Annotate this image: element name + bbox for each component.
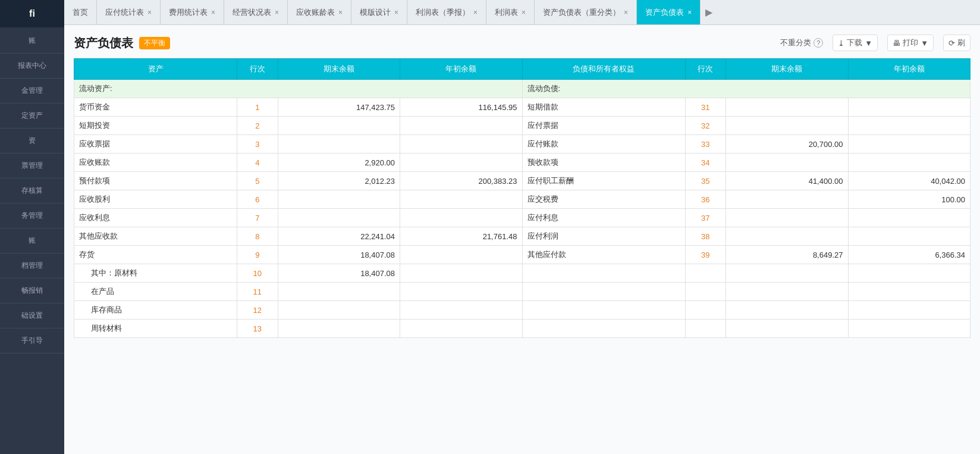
right-begin-balance [848, 227, 970, 246]
left-name: 其他应收款 [74, 227, 237, 246]
page-title: 资产负债表 [74, 35, 133, 51]
help-icon[interactable]: ? [813, 38, 823, 48]
left-begin-balance [400, 154, 523, 172]
refresh-button[interactable]: ⟳ 刷 [943, 35, 970, 51]
left-row-num: 10 [237, 264, 278, 283]
right-begin-balance: 100.00 [848, 190, 970, 209]
table-row: 存货 9 18,407.08 其他应付款 39 8,649.27 6,366.3… [74, 246, 970, 264]
tab-应收账龄表[interactable]: 应收账龄表 × [288, 0, 351, 25]
sidebar-item-账[interactable]: 账 [0, 29, 64, 54]
left-name: 周转材料 [74, 320, 237, 338]
left-end-balance: 18,407.08 [278, 264, 400, 283]
right-end-balance [726, 154, 849, 172]
left-end-balance [278, 117, 400, 135]
header-row-num-left: 行次 [237, 59, 278, 80]
download-button[interactable]: ⤓ 下载 ▼ [833, 35, 878, 51]
right-row-num [685, 301, 726, 320]
sidebar-item-务管理[interactable]: 务管理 [0, 203, 64, 228]
download-label: 下载 [847, 37, 862, 48]
left-end-balance: 147,423.75 [278, 98, 400, 117]
close-icon[interactable]: × [473, 9, 478, 16]
tab-应付统计表[interactable]: 应付统计表 × [97, 0, 161, 25]
right-row-num: 34 [685, 154, 726, 172]
close-icon[interactable]: × [211, 9, 215, 16]
left-name: 其中：原材料 [74, 264, 237, 283]
left-row-num: 3 [237, 135, 278, 154]
sidebar-item-金管理[interactable]: 金管理 [0, 79, 64, 104]
close-icon[interactable]: × [338, 9, 343, 16]
close-icon[interactable]: × [624, 9, 628, 16]
right-begin-balance: 6,366.34 [848, 246, 970, 264]
tab-费用统计表[interactable]: 费用统计表 × [161, 0, 224, 25]
sidebar-item-存核算[interactable]: 存核算 [0, 179, 64, 203]
left-begin-balance [400, 135, 523, 154]
header-liability: 负债和所有者权益 [522, 59, 685, 80]
table-row: 应收股利 6 应交税费 36 100.00 [74, 190, 970, 209]
no-reclassify-option[interactable]: 不重分类 ? [780, 37, 823, 48]
table-row: 短期投资 2 应付票据 32 [74, 117, 970, 135]
right-name: 应付利润 [522, 227, 685, 246]
unbalanced-badge: 不平衡 [139, 37, 170, 49]
sidebar-item-畅报销[interactable]: 畅报销 [0, 278, 64, 303]
tab-label: 首页 [73, 7, 88, 18]
table-row: 在产品 11 [74, 283, 970, 301]
tab-模版设计[interactable]: 模版设计 × [351, 0, 407, 25]
right-begin-balance [848, 264, 970, 283]
left-name: 短期投资 [74, 117, 237, 135]
right-name [522, 283, 685, 301]
tab-nav-arrow[interactable]: ▶ [701, 7, 717, 18]
left-row-num: 8 [237, 227, 278, 246]
right-end-balance [726, 98, 849, 117]
right-row-num: 35 [685, 172, 726, 190]
sidebar-item-定资产[interactable]: 定资产 [0, 104, 64, 129]
tab-利润表[interactable]: 利润表 × [486, 0, 535, 25]
right-row-num: 36 [685, 190, 726, 209]
close-icon[interactable]: × [522, 9, 526, 16]
refresh-icon: ⟳ [948, 39, 955, 48]
left-row-num: 7 [237, 209, 278, 227]
sidebar-item-档管理[interactable]: 档管理 [0, 253, 64, 278]
chevron-down-icon: ▼ [865, 39, 872, 48]
left-row-num: 13 [237, 320, 278, 338]
close-icon[interactable]: × [394, 9, 398, 16]
left-name: 应收票据 [74, 135, 237, 154]
report-table: 资产 行次 期末余额 年初余额 负债和所有者权益 行次 期末余额 年初余额 流动… [74, 58, 970, 338]
close-icon[interactable]: × [275, 9, 279, 16]
right-row-num [685, 283, 726, 301]
sidebar-item-手引导[interactable]: 手引导 [0, 328, 64, 353]
table-row: 库存商品 12 [74, 301, 970, 320]
left-end-balance [278, 135, 400, 154]
tab-经营状况表[interactable]: 经营状况表 × [224, 0, 288, 25]
print-button[interactable]: 🖶 打印 ▼ [887, 35, 934, 51]
right-row-num: 38 [685, 227, 726, 246]
left-row-num: 11 [237, 283, 278, 301]
left-name: 货币资金 [74, 98, 237, 117]
tab-利润表季报[interactable]: 利润表（季报） × [407, 0, 486, 25]
right-name: 其他应付款 [522, 246, 685, 264]
left-name: 应收利息 [74, 209, 237, 227]
tab-资产负债表重分类[interactable]: 资产负债表（重分类） × [535, 0, 637, 25]
sidebar-item-资[interactable]: 资 [0, 129, 64, 154]
right-name: 应付利息 [522, 209, 685, 227]
right-end-balance: 41,400.00 [726, 172, 849, 190]
left-begin-balance [400, 283, 523, 301]
tab-bar: 首页 应付统计表 × 费用统计表 × 经营状况表 × 应收账龄表 × 模版设计 … [64, 0, 980, 25]
right-begin-balance [848, 209, 970, 227]
right-row-num: 31 [685, 98, 726, 117]
sidebar-item-票管理[interactable]: 票管理 [0, 154, 64, 179]
right-name [522, 320, 685, 338]
close-icon[interactable]: × [147, 9, 152, 16]
close-icon[interactable]: × [687, 9, 692, 16]
sidebar-item-础设置[interactable]: 础设置 [0, 303, 64, 328]
sidebar-item-账2[interactable]: 账 [0, 228, 64, 253]
tab-label: 费用统计表 [169, 7, 208, 18]
left-row-num: 4 [237, 154, 278, 172]
tab-label: 应付统计表 [105, 7, 144, 18]
right-end-balance [726, 264, 849, 283]
table-row: 其他应收款 8 22,241.04 21,761.48 应付利润 38 [74, 227, 970, 246]
tab-首页[interactable]: 首页 [64, 0, 97, 25]
left-begin-balance [400, 209, 523, 227]
right-name: 短期借款 [522, 98, 685, 117]
sidebar-item-报表中心[interactable]: 报表中心 [0, 54, 64, 79]
tab-资产负债表[interactable]: 资产负债表 × [637, 0, 701, 25]
